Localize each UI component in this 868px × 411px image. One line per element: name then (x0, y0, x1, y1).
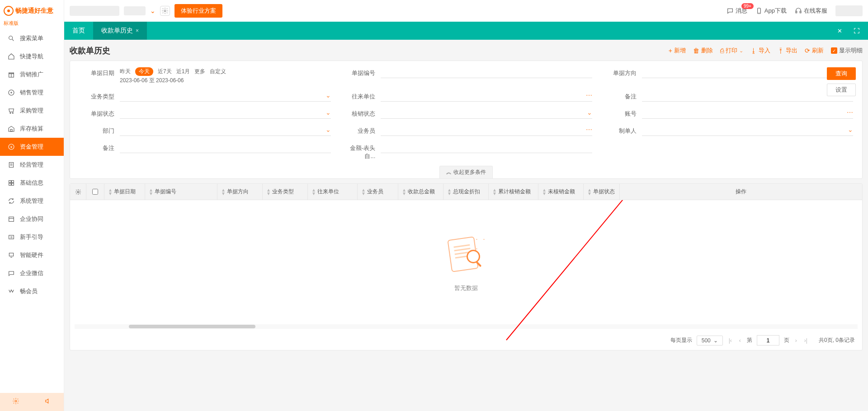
settings-icon[interactable] (12, 397, 19, 406)
chevron-down-icon[interactable]: ⌄ (587, 109, 592, 116)
filter-label-remark-a: 备注 (601, 91, 642, 101)
tab-close-icon[interactable]: ✕ (833, 24, 846, 37)
docstatus-select[interactable] (120, 108, 331, 119)
first-page-button[interactable]: |‹ (727, 337, 733, 344)
account-input[interactable] (642, 108, 853, 119)
collapse-label: 收起更多条件 (453, 168, 486, 176)
online-service-link[interactable]: 在线客服 (795, 7, 827, 15)
experience-button[interactable]: 体验行业方案 (175, 4, 222, 18)
more-icon[interactable]: ⋯ (586, 92, 592, 99)
col-status[interactable]: ▲▼单据状态 (584, 184, 620, 200)
message-icon (726, 7, 734, 14)
sound-icon[interactable] (44, 397, 52, 406)
sidebar-item-finance[interactable]: ¥资金管理 (0, 138, 64, 156)
query-button[interactable]: 查询 (827, 67, 856, 80)
prev-page-button[interactable]: ‹ (738, 337, 742, 344)
chevron-down-icon[interactable]: ⌄ (326, 109, 331, 116)
col-unverified[interactable]: ▲▼未核销金额 (538, 184, 584, 200)
chevron-down-icon[interactable]: ⌄ (326, 126, 331, 133)
print-button[interactable]: ⎙打印 ⌄ (720, 47, 743, 55)
next-page-button[interactable]: › (794, 337, 798, 344)
more-icon[interactable]: ⋯ (586, 126, 592, 133)
col-date[interactable]: ▲▼单据日期 (104, 184, 145, 200)
date-shortcut[interactable]: 昨天 (120, 68, 131, 75)
show-detail-toggle[interactable]: ✓显示明细 (831, 47, 863, 55)
sidebar-item-system[interactable]: 系统管理 (0, 192, 64, 210)
direction-select[interactable] (642, 67, 853, 78)
col-docno[interactable]: ▲▼单据编号 (145, 184, 217, 200)
app-download-link[interactable]: App下载 (755, 7, 787, 15)
sidebar-item-operation[interactable]: 经营管理 (0, 156, 64, 174)
sidebar-item-label: 畅会员 (20, 287, 38, 295)
sidebar-item-wechat[interactable]: 企业微信 (0, 264, 64, 282)
sort-icon: ▲▼ (108, 188, 113, 196)
col-direction[interactable]: ▲▼单据方向 (217, 184, 263, 200)
export-button[interactable]: ⭱导出 (778, 47, 797, 55)
add-button[interactable]: +新增 (669, 47, 686, 55)
per-page-select[interactable]: 500 ⌄ (697, 336, 723, 346)
col-verified[interactable]: ▲▼累计核销金额 (489, 184, 538, 200)
col-discount[interactable]: ▲▼总现金折扣 (443, 184, 489, 200)
sidebar-item-inventory[interactable]: 库存核算 (0, 120, 64, 138)
sidebar-item-purchase[interactable]: 采购管理 (0, 102, 64, 120)
scrollbar-thumb[interactable] (129, 325, 255, 328)
tab-0[interactable]: 首页 (64, 22, 93, 40)
sidebar-item-marketing[interactable]: 营销推广 (0, 65, 64, 84)
sidebar-item-quicknav[interactable]: 快捷导航 (0, 47, 64, 65)
sidebar-item-label: 经营管理 (20, 161, 43, 169)
last-page-button[interactable]: ›| (803, 337, 809, 344)
col-biztype[interactable]: ▲▼业务类型 (263, 184, 308, 200)
svg-rect-7 (10, 129, 12, 131)
col-salesman[interactable]: ▲▼业务员 (358, 184, 398, 200)
tab-1[interactable]: 收款单历史× (93, 22, 147, 40)
import-button[interactable]: ⭳导入 (750, 47, 770, 55)
delete-button[interactable]: 🗑删除 (693, 47, 713, 55)
date-shortcut[interactable]: 自定义 (210, 68, 226, 75)
chevron-down-icon[interactable]: ⌄ (326, 92, 331, 99)
amount-input[interactable] (381, 142, 592, 153)
sidebar-item-basicinfo[interactable]: 基础信息 (0, 174, 64, 192)
remark-b-input[interactable] (120, 142, 331, 153)
collapse-filters-button[interactable]: ︽ 收起更多条件 (439, 166, 493, 178)
svg-text:新: 新 (10, 236, 13, 238)
page-input[interactable] (757, 335, 779, 346)
gear-icon[interactable] (160, 6, 170, 16)
select-all-input[interactable] (92, 189, 98, 195)
sidebar-item-search[interactable]: 搜索菜单 (0, 29, 64, 47)
creator-select[interactable] (642, 125, 853, 136)
verify-select[interactable] (381, 108, 592, 119)
col-total[interactable]: ▲▼收款总金额 (398, 184, 443, 200)
sidebar-item-sales[interactable]: 销售管理 (0, 84, 64, 102)
date-shortcut[interactable]: 今天 (135, 67, 153, 76)
sidebar-item-hardware[interactable]: 智能硬件 (0, 246, 64, 264)
filter-setting-button[interactable]: 设置 (827, 84, 856, 96)
remark-a-input[interactable] (642, 91, 853, 102)
chevron-down-icon[interactable]: ⌄ (848, 126, 853, 133)
docno-input[interactable] (381, 67, 592, 78)
chevron-down-icon[interactable]: ⌄ (150, 7, 156, 14)
fullscreen-icon[interactable] (850, 24, 863, 37)
close-icon[interactable]: × (136, 28, 139, 34)
date-shortcut[interactable]: 近7天 (158, 68, 172, 75)
partner-input[interactable] (381, 91, 592, 102)
filter-label-amount: 金额-表头自... (340, 142, 381, 160)
more-icon[interactable]: ⋯ (847, 109, 853, 116)
sidebar-item-collab[interactable]: 企业协同 (0, 210, 64, 228)
refresh-button[interactable]: ⟳刷新 (805, 47, 824, 55)
h-scrollbar[interactable] (75, 324, 858, 329)
column-config-button[interactable] (70, 184, 86, 200)
dept-select[interactable] (120, 125, 331, 136)
select-all-checkbox[interactable] (86, 184, 104, 200)
date-shortcut[interactable]: 近1月 (176, 68, 190, 75)
message-link[interactable]: 消息 99+ (726, 7, 747, 15)
biztype-select[interactable] (120, 91, 331, 102)
sidebar-item-member[interactable]: 畅会员 (0, 282, 64, 300)
sidebar-item-guide[interactable]: 新新手引导 (0, 228, 64, 246)
filter-label-creator: 制单人 (601, 125, 642, 135)
date-shortcut[interactable]: 更多 (194, 68, 205, 75)
content-area: 收款单历史 +新增 🗑删除 ⎙打印 ⌄ ⭳导入 ⭱导出 ⟳刷新 ✓显示明细 单据… (64, 40, 868, 411)
salesman-input[interactable] (381, 125, 592, 136)
filter-label-date: 单据日期 (79, 67, 120, 77)
sidebar-item-label: 快捷导航 (20, 52, 43, 61)
col-partner[interactable]: ▲▼往来单位 (308, 184, 358, 200)
